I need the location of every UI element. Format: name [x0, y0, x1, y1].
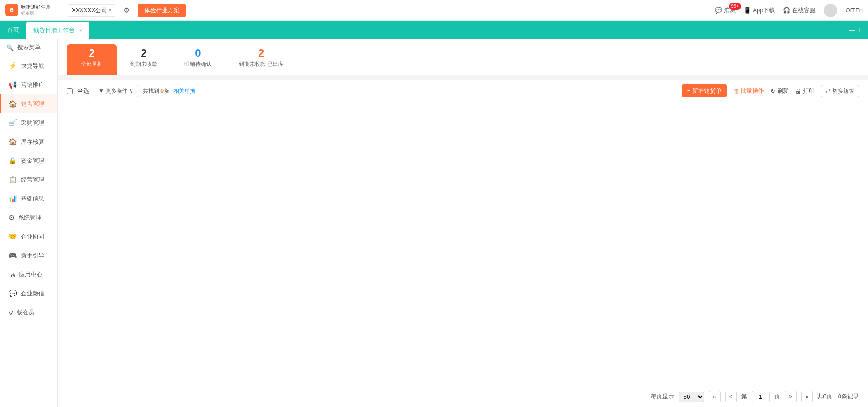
last-page-button[interactable]: » [801, 391, 813, 402]
switch-new-version-button[interactable]: ⇄ 切换新版 [821, 85, 859, 97]
refresh-icon: ↻ [770, 88, 775, 94]
operation-icon: 📋 [9, 176, 17, 184]
batch-operation-button[interactable]: ▦ 批量操作 [733, 87, 764, 95]
system-icon: ⚙ [9, 214, 14, 222]
window-minimize-icon[interactable]: — [849, 26, 855, 33]
print-button[interactable]: 🖨 打印 [795, 87, 815, 95]
per-page-select[interactable]: 50 100 200 [679, 392, 704, 402]
app-download-btn[interactable]: 📱 App下载 [744, 6, 775, 14]
stat-label-shipped: 到期未收款 已出库 [239, 61, 283, 68]
select-all-checkbox[interactable] [67, 88, 73, 94]
stat-tab-pending[interactable]: 0 旺铺待确认 [171, 44, 225, 75]
batch-icon: ▦ [733, 88, 739, 94]
app-center-icon: 🛍 [9, 271, 15, 279]
trial-button[interactable]: 体验行业方案 [138, 4, 186, 17]
logo-icon: 6 [5, 4, 18, 16]
sidebar-item-operation[interactable]: 📋 经营管理 [0, 170, 57, 189]
sidebar-item-inventory[interactable]: 🏠 库存核算 [0, 132, 57, 151]
settings-icon[interactable]: ⚙ [120, 4, 133, 17]
sidebar-item-enterprise[interactable]: 🤝 企业协同 [0, 227, 57, 246]
select-all-label: 全选 [77, 87, 89, 95]
logo-text: 畅捷通好生意 [21, 4, 51, 10]
stat-num-shipped: 2 [258, 48, 264, 59]
top-navigation: 6 畅捷通好生意 标准版 XXXXXX公司 ▾ ⚙ 体验行业方案 💬 消息 99… [0, 0, 868, 21]
sidebar-item-purchase[interactable]: 🛒 采购管理 [0, 113, 57, 132]
table-area [58, 102, 868, 386]
sidebar-item-base-info[interactable]: 📊 基础信息 [0, 189, 57, 208]
tab-bar-actions: — □ [849, 26, 868, 33]
stat-tab-overdue[interactable]: 2 到期未收款 [117, 44, 171, 75]
avatar[interactable] [824, 4, 837, 17]
stat-num-pending: 0 [195, 48, 201, 59]
message-btn[interactable]: 💬 消息 99+ [715, 6, 736, 14]
stat-num-all: 2 [89, 48, 94, 59]
download-icon: 📱 [744, 7, 751, 14]
print-icon: 🖨 [795, 88, 801, 94]
sidebar: 🔍 搜索菜单 ⚡ 快捷导航 📢 营销推广 🏠 销售管理 🛒 采购管理 🏠 库存核… [0, 39, 58, 407]
sidebar-item-capital[interactable]: 🔒 资金管理 [0, 151, 57, 170]
window-maximize-icon[interactable]: □ [860, 26, 863, 33]
next-page-button[interactable]: > [785, 391, 797, 402]
toolbar-left: 全选 ▼ 更多条件 ∨ 共找到 0条 相关单据 [67, 85, 676, 97]
stats-tabs: 2 全部单据 2 到期未收款 0 旺铺待确认 2 到期未收款 已出库 [58, 39, 868, 75]
filter-icon: ▼ [99, 88, 104, 94]
tab-home[interactable]: 首页 [0, 21, 26, 39]
capital-icon: 🔒 [9, 157, 17, 165]
toolbar: 全选 ▼ 更多条件 ∨ 共找到 0条 相关单据 + 新增销货单 ▦ 批量操作 [58, 80, 868, 102]
stat-tab-all[interactable]: 2 全部单据 [67, 44, 117, 75]
company-selector[interactable]: XXXXXX公司 ▾ [67, 4, 116, 17]
close-icon[interactable]: × [79, 28, 82, 33]
found-count: 0 [160, 88, 164, 94]
sidebar-item-guide[interactable]: 🎮 新手引导 [0, 246, 57, 265]
stat-num-overdue: 2 [141, 48, 146, 59]
sales-icon: 🏠 [9, 100, 17, 108]
user-name: OfTEn [845, 7, 863, 14]
sidebar-item-quick-nav[interactable]: ⚡ 快捷导航 [0, 56, 57, 75]
sidebar-item-wechat[interactable]: 💬 企业微信 [0, 284, 57, 303]
pagination-bar: 每页显示 50 100 200 « < 第 页 > » 共0页，0条记录 [58, 386, 868, 407]
purchase-icon: 🛒 [9, 119, 17, 127]
sidebar-item-system[interactable]: ⚙ 系统管理 [0, 208, 57, 227]
online-service-btn[interactable]: 🎧 在线客服 [783, 6, 816, 14]
base-info-icon: 📊 [9, 195, 17, 203]
quick-nav-icon: ⚡ [9, 62, 17, 70]
content-area: 2 全部单据 2 到期未收款 0 旺铺待确认 2 到期未收款 已出库 全选 [58, 39, 868, 407]
switch-icon: ⇄ [826, 88, 830, 94]
stat-label-pending: 旺铺待确认 [184, 61, 212, 68]
chevron-down-icon: ∨ [129, 88, 133, 94]
sidebar-item-app-center[interactable]: 🛍 应用中心 [0, 265, 57, 284]
stat-tab-shipped[interactable]: 2 到期未收款 已出库 [225, 44, 297, 75]
page-prefix: 第 [741, 393, 747, 401]
page-number-input[interactable] [752, 391, 770, 402]
wechat-icon: 💬 [9, 290, 17, 298]
marketing-icon: 📢 [9, 81, 17, 89]
stat-label-all: 全部单据 [81, 61, 103, 68]
guide-icon: 🎮 [9, 252, 17, 260]
stat-label-overdue: 到期未收款 [130, 61, 157, 68]
nav-right: 💬 消息 99+ 📱 App下载 🎧 在线客服 OfTEn [715, 4, 863, 17]
search-menu[interactable]: 🔍 搜索菜单 [0, 39, 57, 56]
sidebar-item-sales[interactable]: 🏠 销售管理 [0, 94, 57, 113]
page-suffix: 页 [774, 393, 780, 401]
main-layout: 🔍 搜索菜单 ⚡ 快捷导航 📢 营销推广 🏠 销售管理 🛒 采购管理 🏠 库存核… [0, 39, 868, 407]
message-icon: 💬 [715, 7, 722, 14]
search-icon: 🔍 [6, 44, 14, 51]
tab-workbench[interactable]: 钱货日清工作台 × [26, 22, 89, 39]
first-page-button[interactable]: « [709, 391, 721, 402]
logo-badge: 标准版 [21, 10, 51, 17]
total-info: 共0页，0条记录 [817, 393, 859, 401]
chevron-down-icon: ▾ [109, 8, 111, 13]
enterprise-icon: 🤝 [9, 233, 17, 241]
new-sales-button[interactable]: + 新增销货单 [682, 84, 727, 97]
related-link[interactable]: 相关单据 [174, 87, 195, 95]
prev-page-button[interactable]: < [725, 391, 737, 402]
sidebar-item-marketing[interactable]: 📢 营销推广 [0, 75, 57, 94]
inventory-icon: 🏠 [9, 138, 17, 146]
sidebar-item-member[interactable]: V 畅会员 [0, 303, 57, 322]
message-badge: 99+ [729, 3, 741, 10]
logo-area: 6 畅捷通好生意 标准版 [5, 4, 63, 16]
refresh-button[interactable]: ↻ 刷新 [770, 87, 789, 95]
member-icon: V [9, 309, 13, 317]
filter-button[interactable]: ▼ 更多条件 ∨ [94, 85, 138, 97]
found-text: 共找到 0条 [143, 87, 169, 95]
